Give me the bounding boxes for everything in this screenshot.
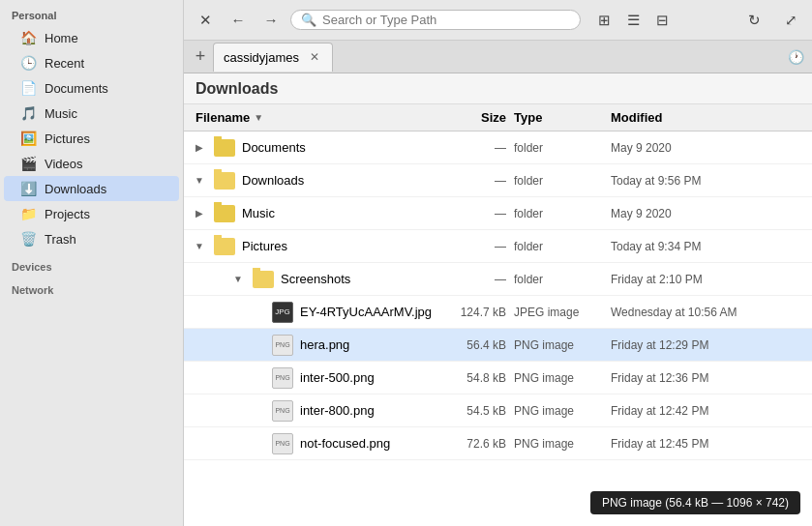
tabs-bar: + cassidyjames ✕ 🕐 xyxy=(184,41,812,73)
home-icon: 🏠 xyxy=(19,29,37,46)
col-header-modified[interactable]: Modified xyxy=(611,110,804,125)
file-modified: Today at 9:34 PM xyxy=(611,240,804,253)
file-modified: Friday at 12:29 PM xyxy=(611,338,804,352)
file-row[interactable]: ▼ Downloads — folder Today at 9:56 PM xyxy=(184,164,812,197)
file-row[interactable]: ▼ Screenshots — folder Friday at 2:10 PM xyxy=(184,263,812,296)
file-modified: Friday at 12:45 PM xyxy=(611,437,804,451)
file-row-content: ▼ Downloads xyxy=(192,169,436,192)
file-modified: Friday at 12:42 PM xyxy=(611,404,804,418)
file-modified: May 9 2020 xyxy=(611,141,804,155)
sidebar-item-downloads[interactable]: ⬇️ Downloads xyxy=(4,176,179,201)
file-name: Music xyxy=(242,206,436,220)
documents-icon: 📄 xyxy=(19,79,37,97)
file-row[interactable]: ▶ Music — folder May 9 2020 xyxy=(184,197,812,230)
file-name: EY-4RTyUcAAArMV.jpg xyxy=(300,305,436,319)
sidebar-item-music[interactable]: 🎵 Music xyxy=(4,101,179,126)
view-list-button[interactable]: ☰ xyxy=(619,7,647,34)
sidebar-label-downloads: Downloads xyxy=(45,182,106,196)
file-row-content: ▶ Documents xyxy=(192,136,436,160)
expand-arrow[interactable]: ▶ xyxy=(192,206,207,221)
downloads-icon: ⬇️ xyxy=(19,180,37,197)
expand-arrow[interactable]: ▼ xyxy=(192,173,207,189)
sidebar-item-trash[interactable]: 🗑️ Trash xyxy=(4,226,179,251)
path-bar: Downloads xyxy=(184,73,812,104)
file-size: — xyxy=(436,174,514,188)
file-name: Documents xyxy=(242,140,436,155)
col-header-filename[interactable]: Filename ▼ xyxy=(192,110,436,125)
file-name: inter-500.png xyxy=(300,370,436,385)
file-type: PNG image xyxy=(514,338,611,352)
videos-icon: 🎬 xyxy=(19,155,37,172)
sidebar-label-pictures: Pictures xyxy=(45,132,90,146)
new-tab-button[interactable]: + xyxy=(188,44,213,70)
expand-arrow[interactable]: ▼ xyxy=(230,272,246,287)
breadcrumb-downloads[interactable]: Downloads xyxy=(195,80,278,98)
expand-arrow[interactable]: ▶ xyxy=(192,140,207,156)
file-row[interactable]: ▼ Pictures — folder Today at 9:34 PM xyxy=(184,230,812,263)
sidebar-label-trash: Trash xyxy=(45,232,76,247)
sidebar-item-projects[interactable]: 📁 Projects xyxy=(4,201,179,226)
file-row-content: ▶ Music xyxy=(192,202,436,225)
col-header-type[interactable]: Type xyxy=(514,110,611,125)
file-row[interactable]: PNG inter-500.png 54.8 kB PNG image Frid… xyxy=(184,362,812,394)
file-row[interactable]: PNG hera.png 56.4 kB PNG image Friday at… xyxy=(184,329,812,362)
file-icon xyxy=(213,169,236,192)
file-row-content: JPG EY-4RTyUcAAArMV.jpg xyxy=(192,301,436,324)
file-row-content: PNG inter-500.png xyxy=(192,366,436,390)
close-tab-button[interactable]: ✕ xyxy=(307,49,322,65)
file-row-content: ▼ Screenshots xyxy=(192,268,436,291)
file-type: PNG image xyxy=(514,371,611,385)
file-type: JPEG image xyxy=(514,306,611,319)
file-icon: PNG xyxy=(271,334,294,357)
file-modified: Friday at 2:10 PM xyxy=(611,273,804,286)
file-size: — xyxy=(436,141,514,155)
close-button[interactable]: ✕ xyxy=(192,7,219,34)
file-row[interactable]: PNG not-focused.png 72.6 kB PNG image Fr… xyxy=(184,427,812,460)
file-icon xyxy=(213,136,236,160)
sidebar-label-music: Music xyxy=(45,106,77,121)
file-size: — xyxy=(436,240,514,253)
file-name: hera.png xyxy=(300,337,436,352)
sidebar-label-documents: Documents xyxy=(45,81,108,96)
view-columns-button[interactable]: ⊟ xyxy=(648,7,676,34)
col-header-size[interactable]: Size xyxy=(436,110,514,125)
file-type: PNG image xyxy=(514,437,611,451)
search-bar: 🔍 xyxy=(290,10,581,30)
forward-button[interactable]: → xyxy=(257,7,285,34)
view-grid-button[interactable]: ⊞ xyxy=(590,7,617,34)
file-size: 72.6 kB xyxy=(436,437,514,451)
file-type: folder xyxy=(514,174,611,188)
view-toggle-group: ⊞ ☰ ⊟ xyxy=(590,7,676,34)
file-type: folder xyxy=(514,141,611,155)
file-size: 124.7 kB xyxy=(436,306,514,319)
file-row[interactable]: JPG EY-4RTyUcAAArMV.jpg 124.7 kB JPEG im… xyxy=(184,296,812,329)
sidebar-item-recent[interactable]: 🕒 Recent xyxy=(4,50,179,75)
back-button[interactable]: ← xyxy=(225,7,252,34)
maximize-button[interactable]: ⤢ xyxy=(777,7,804,34)
sidebar-item-documents[interactable]: 📄 Documents xyxy=(4,75,179,101)
file-list: ▶ Documents — folder May 9 2020 ▼ Downlo… xyxy=(184,132,812,526)
file-row[interactable]: PNG inter-800.png 54.5 kB PNG image Frid… xyxy=(184,394,812,427)
music-icon: 🎵 xyxy=(19,104,37,122)
file-row-content: PNG hera.png xyxy=(192,334,436,357)
expand-arrow[interactable]: ▼ xyxy=(192,239,207,254)
sidebar-item-pictures[interactable]: 🖼️ Pictures xyxy=(4,126,179,151)
file-type: folder xyxy=(514,273,611,286)
file-icon xyxy=(252,268,275,291)
refresh-button[interactable]: ↻ xyxy=(740,7,767,34)
tab-history-button[interactable]: 🕐 xyxy=(783,44,808,70)
file-table-header: Filename ▼ Size Type Modified xyxy=(184,104,812,132)
file-modified: May 9 2020 xyxy=(611,207,804,220)
file-row[interactable]: ▶ Documents — folder May 9 2020 xyxy=(184,132,812,164)
sidebar-label-recent: Recent xyxy=(45,56,84,71)
sidebar-item-videos[interactable]: 🎬 Videos xyxy=(4,151,179,176)
search-input[interactable] xyxy=(322,13,570,27)
devices-section-label: Devices xyxy=(0,251,183,275)
sidebar-item-home[interactable]: 🏠 Home xyxy=(4,25,179,50)
file-size: — xyxy=(436,207,514,220)
tab-cassidyjames[interactable]: cassidyjames ✕ xyxy=(213,43,333,72)
sidebar-label-videos: Videos xyxy=(45,157,83,171)
file-type: folder xyxy=(514,207,611,220)
sidebar-label-projects: Projects xyxy=(45,207,90,221)
search-icon: 🔍 xyxy=(301,13,316,27)
